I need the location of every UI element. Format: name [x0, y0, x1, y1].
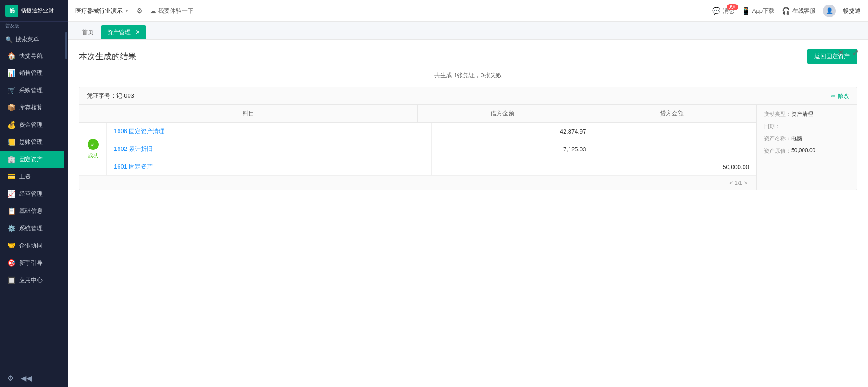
sidebar-item-basic-info[interactable]: 📋 基础信息: [0, 203, 64, 220]
sidebar-item-operations[interactable]: 📈 经营管理: [0, 185, 64, 203]
basic-info-icon: 📋: [7, 207, 15, 215]
voucher-info-panel: 变动类型： 资产清理 日期： 资产名称： 电脑 资产原值： 50,000.00: [757, 105, 857, 190]
sidebar-item-app-center[interactable]: 🔲 应用中心: [0, 272, 64, 289]
sidebar-item-guide[interactable]: 🎯 新手引导: [0, 254, 64, 272]
sidebar-nav: 🔍 搜索菜单 🏠 快捷导航 📊 销售管理 🛒 采购管理 📦 库存核算 💰: [0, 32, 64, 369]
table-row: 1601 固定资产 50,000.00: [107, 158, 756, 175]
page-info: 1/1: [734, 180, 742, 186]
original-value-value: 50,000.00: [791, 147, 815, 154]
sidebar-item-ledger[interactable]: 📒 总账管理: [0, 134, 64, 151]
topbar-right: 💬 消息 99+ 📱 App下载 🎧 在线客服 👤 畅捷通: [712, 5, 861, 17]
result-summary: 共生成 1张凭证，0张失败: [79, 71, 857, 79]
guide-icon: 🎯: [7, 259, 15, 267]
enterprise-icon: 🤝: [7, 242, 15, 250]
original-value-label: 资产原值：: [764, 147, 791, 155]
sidebar-item-label: 新手引导: [19, 259, 43, 267]
tab-asset-management[interactable]: 资产管理 ✕: [101, 25, 146, 39]
pagination: < 1/1 >: [79, 176, 756, 190]
settings-icon[interactable]: ⚙: [7, 374, 14, 382]
subject-cell: 1606 固定资产清理: [107, 123, 432, 140]
experience-label: 我要体验一下: [158, 7, 193, 15]
app-download-label: App下载: [752, 7, 774, 15]
change-type-label: 变动类型：: [764, 110, 791, 118]
app-center-icon: 🔲: [7, 276, 15, 284]
sidebar-item-system[interactable]: ⚙️ 系统管理: [0, 220, 64, 237]
sidebar-item-label: 系统管理: [19, 224, 43, 233]
sidebar-item-payroll[interactable]: 💳 工资: [0, 168, 64, 185]
sidebar-bottom: ⚙ ◀◀: [0, 369, 68, 387]
funds-icon: 💰: [7, 121, 15, 129]
sidebar-item-purchase[interactable]: 🛒 采购管理: [0, 82, 64, 99]
fixed-assets-icon: 🏢: [7, 155, 15, 164]
user-avatar[interactable]: 👤: [823, 5, 836, 17]
sidebar-item-label: 快捷导航: [19, 52, 43, 60]
credit-cell: 50,000.00: [594, 159, 757, 175]
voucher-table: 科目 借方金额 贷方金额 ✓ 成功: [79, 105, 757, 190]
app-logo-icon: 畅: [5, 5, 18, 17]
sidebar-item-funds[interactable]: 💰 资金管理: [0, 116, 64, 134]
tab-home[interactable]: 首页: [75, 25, 100, 39]
tab-close-icon[interactable]: ✕: [135, 29, 140, 35]
voucher-body: 科目 借方金额 贷方金额 ✓ 成功: [79, 105, 857, 190]
status-column: ✓ 成功: [79, 123, 107, 175]
sidebar-item-label: 应用中心: [19, 276, 43, 284]
voucher-code: 凭证字号：记-003: [87, 92, 134, 100]
main-content: 医疗器械行业演示 ▼ ⚙ ☁ 我要体验一下 💬 消息 99+ 📱 App下载 🎧…: [68, 0, 868, 387]
page-body: 本次生成的结果 返回固定资产 共生成 1张凭证，0张失败 凭证字号：记-003 …: [68, 40, 868, 387]
inventory-icon: 📦: [7, 104, 15, 112]
company-selector[interactable]: 医疗器械行业演示 ▼: [75, 7, 129, 15]
sidebar-search[interactable]: 🔍 搜索菜单: [0, 32, 64, 47]
success-text: 成功: [88, 152, 99, 159]
credit-cell: [594, 127, 757, 136]
sidebar-item-inventory[interactable]: 📦 库存核算: [0, 99, 64, 116]
table-row: 1606 固定资产清理 42,874.97: [107, 123, 756, 140]
table-header: 科目 借方金额 贷方金额: [79, 105, 756, 123]
app-edition: 普及版: [0, 22, 68, 32]
sidebar-item-label: 销售管理: [19, 69, 43, 77]
topbar-left: 医疗器械行业演示 ▼ ⚙ ☁ 我要体验一下: [75, 6, 712, 15]
username[interactable]: 畅捷通: [843, 7, 861, 15]
next-page-button[interactable]: >: [744, 180, 747, 186]
credit-cell: [594, 144, 757, 154]
date-label: 日期：: [764, 123, 791, 130]
message-button[interactable]: 💬 消息 99+: [712, 7, 734, 15]
change-type-value: 资产清理: [791, 110, 813, 118]
sidebar-item-label: 采购管理: [19, 86, 43, 94]
sidebar-search-label: 搜索菜单: [15, 35, 39, 44]
experience-button[interactable]: ☁ 我要体验一下: [150, 7, 193, 15]
edit-label: 修改: [838, 92, 849, 100]
settings-gear-icon[interactable]: ⚙: [136, 6, 143, 15]
edit-voucher-button[interactable]: ✏ 修改: [829, 92, 849, 100]
cloud-icon: ☁: [150, 7, 156, 15]
avatar: 👤: [823, 5, 836, 17]
asset-name-row: 资产名称： 电脑: [764, 135, 849, 143]
chevron-down-icon: ▼: [124, 8, 129, 13]
tabs-bar: 首页 资产管理 ✕: [68, 22, 868, 40]
online-service-button[interactable]: 🎧 在线客服: [782, 7, 816, 15]
page-header: 本次生成的结果 返回固定资产: [79, 49, 857, 64]
voucher-header: 凭证字号：记-003 ✏ 修改: [79, 87, 857, 105]
sidebar-scrollbar[interactable]: [64, 32, 68, 369]
sidebar-item-label: 企业协同: [19, 242, 43, 250]
ledger-icon: 📒: [7, 138, 15, 146]
sidebar-item-label: 经营管理: [19, 190, 43, 198]
message-badge: 99+: [727, 4, 738, 10]
debit-cell: [432, 162, 594, 171]
col-debit: 借方金额: [418, 105, 587, 122]
collapse-icon[interactable]: ◀◀: [21, 374, 32, 382]
sidebar-item-sales[interactable]: 📊 销售管理: [0, 64, 64, 82]
topbar: 医疗器械行业演示 ▼ ⚙ ☁ 我要体验一下 💬 消息 99+ 📱 App下载 🎧…: [68, 0, 868, 22]
prev-page-button[interactable]: <: [729, 180, 733, 186]
sidebar-item-label: 资金管理: [19, 121, 43, 129]
sidebar-item-fixed-assets[interactable]: 🏢 固定资产: [0, 151, 64, 168]
sidebar-item-label: 总账管理: [19, 138, 43, 146]
sidebar-item-enterprise[interactable]: 🤝 企业协同: [0, 237, 64, 254]
company-name: 医疗器械行业演示: [75, 7, 123, 15]
sidebar-item-quick-nav[interactable]: 🏠 快捷导航: [0, 47, 64, 64]
asset-name-label: 资产名称：: [764, 135, 791, 143]
app-download-button[interactable]: 📱 App下载: [742, 7, 774, 15]
original-value-row: 资产原值： 50,000.00: [764, 147, 849, 155]
close-button[interactable]: ✕: [835, 47, 846, 58]
app-logo-text: 畅捷通好业财: [21, 7, 54, 15]
expand-button[interactable]: ⤢: [850, 47, 861, 58]
